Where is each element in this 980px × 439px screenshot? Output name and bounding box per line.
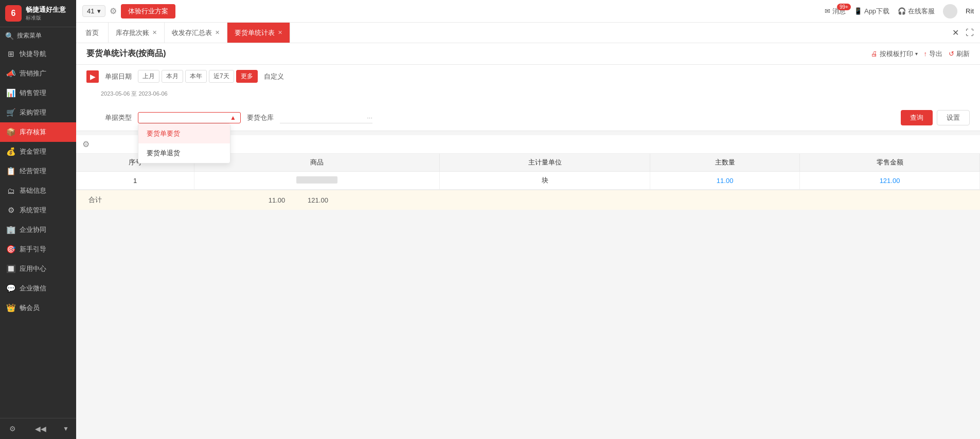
sidebar-item-enterprise[interactable]: 🏢 企业协同 [0,220,76,240]
sidebar-scroll-down[interactable]: ▼ [61,423,71,434]
cell-product [194,172,440,190]
sidebar-logo: 6 畅捷通好生意 标准版 [0,0,76,27]
more-date-btn[interactable]: 更多 [236,70,258,83]
tab-home[interactable]: 首页 [76,23,109,43]
filter-area: ▶ 单据日期 上月 本月 本年 近7天 更多 自定义 2023-05-06 至 … [76,65,980,131]
sidebar-settings-btn[interactable]: ⚙ [5,423,20,435]
filter-row: ▶ 单据日期 上月 本月 本年 近7天 更多 自定义 2023-05-06 至 … [86,70,970,125]
date-filter-label: 单据日期 [105,72,132,81]
message-icon: ✉ [825,7,830,15]
query-btn[interactable]: 查询 [901,110,933,125]
col-unit: 主计量单位 [440,154,650,172]
type-select[interactable]: ▲ [138,112,241,123]
tab-expand-btn[interactable]: ⛶ [964,27,976,39]
this-year-btn[interactable]: 本年 [185,70,207,83]
main-area: 41 ▾ ⚙ 体验行业方案 ✉ 消息 99+ 📱 App下载 🎧 在线客服 Ri… [76,0,980,439]
sidebar-item-operations[interactable]: 📋 经营管理 [0,161,76,181]
search-icon: 🔍 [5,32,14,40]
cell-unit: 块 [440,172,650,190]
footer-quantity: 11.00 [256,196,297,204]
print-icon: 🖨 [871,50,878,58]
app-logo-text: 畅捷通好生意 标准版 [26,5,66,22]
sidebar-bottom: ⚙ ◀◀ ▼ [0,418,76,439]
export-icon: ↑ [924,50,928,58]
sidebar-item-marketing[interactable]: 📣 营销推广 [0,64,76,83]
settings-icon: ⚙ [6,206,15,215]
tab-close-icon[interactable]: ✕ [152,29,157,36]
sidebar-item-purchase[interactable]: 🛒 采购管理 [0,103,76,122]
tab-recv-summary[interactable]: 收发存汇总表 ✕ [165,23,227,43]
export-btn[interactable]: ↑ 导出 [924,49,943,59]
tab-close-icon[interactable]: ✕ [215,29,220,36]
sidebar-item-basics[interactable]: 🗂 基础信息 [0,181,76,200]
user-avatar[interactable] [943,4,957,19]
cell-amount: 121.00 [800,172,980,190]
sidebar-search[interactable]: 🔍 搜索菜单 [0,27,76,44]
custom-date-btn[interactable]: 自定义 [264,72,284,81]
message-badge: 99+ [837,4,851,10]
page-content: 要货单统计表(按商品) 🖨 按模板打印 ▾ ↑ 导出 ↺ 刷新 [76,43,980,439]
refresh-btn[interactable]: ↺ 刷新 [949,49,970,59]
sidebar-item-app-center[interactable]: 🔲 应用中心 [0,259,76,279]
this-month-btn[interactable]: 本月 [162,70,183,83]
tab-order-stats[interactable]: 要货单统计表 ✕ [227,23,290,43]
print-expand-icon: ▾ [915,51,918,57]
sidebar-item-system[interactable]: ⚙ 系统管理 [0,200,76,220]
sidebar-item-sales[interactable]: 📊 销售管理 [0,83,76,103]
col-product: 商品 [194,154,440,172]
tabs-bar: 首页 库存批次账 ✕ 收发存汇总表 ✕ 要货单统计表 ✕ ✕ ⛶ [76,23,980,43]
crown-icon: 👑 [6,303,15,313]
sidebar-item-wechat[interactable]: 💬 企业微信 [0,279,76,298]
page-title: 要货单统计表(按商品) [86,48,166,59]
last-month-btn[interactable]: 上月 [138,70,159,83]
tab-close-icon[interactable]: ✕ [278,29,282,36]
sidebar-item-inventory[interactable]: 📦 库存核算 [0,122,76,142]
building-icon: 🏢 [6,225,15,234]
service-btn[interactable]: 🎧 在线客服 [898,7,935,16]
type-dropdown: 要货单要货 要货单退货 [138,123,230,163]
warehouse-filter-label: 要货仓库 [247,113,274,122]
dropdown-item-order-req[interactable]: 要货单要货 [138,124,230,143]
page-actions: 🖨 按模板打印 ▾ ↑ 导出 ↺ 刷新 [871,49,970,59]
filter-expand-btn[interactable]: ▶ [86,70,99,83]
megaphone-icon: 📣 [6,69,15,78]
cart-icon: 🛒 [6,108,15,117]
warehouse-select[interactable]: ··· [280,112,372,123]
sidebar-item-finance[interactable]: 💰 资金管理 [0,142,76,161]
app-download-btn[interactable]: 📱 App下载 [854,7,889,16]
tab-close-all-btn[interactable]: ✕ [949,27,961,39]
table-settings-icon[interactable]: ⚙ [82,139,90,149]
wechat-icon: 💬 [6,284,15,293]
sidebar-collapse-btn[interactable]: ◀◀ [31,423,50,435]
type-select-arrow: ▲ [230,114,236,121]
chart-icon: 📊 [6,88,15,98]
set-btn[interactable]: 设置 [937,110,970,125]
sidebar-item-members[interactable]: 👑 畅会员 [0,298,76,318]
last-7days-btn[interactable]: 近7天 [209,70,234,83]
sidebar-nav: ⊞ 快捷导航 📣 营销推广 📊 销售管理 🛒 采购管理 📦 库存核算 💰 资金管… [0,44,76,418]
topbar-left: 41 ▾ ⚙ 体验行业方案 [82,4,825,19]
target-icon: 🎯 [6,245,15,254]
messages-btn[interactable]: ✉ 消息 99+ [825,7,846,16]
topbar-right: ✉ 消息 99+ 📱 App下载 🎧 在线客服 Rit [825,4,974,19]
refresh-icon: ↺ [949,50,954,58]
sidebar-item-quick-nav[interactable]: ⊞ 快捷导航 [0,44,76,64]
chevron-down-icon: ▾ [97,7,101,15]
money-icon: 💰 [6,147,15,156]
cell-quantity: 11.00 [650,172,800,190]
sidebar-item-guide[interactable]: 🎯 新手引导 [0,240,76,259]
username-text: Rit [966,7,974,15]
trial-btn[interactable]: 体验行业方案 [121,4,175,19]
topbar-settings-icon[interactable]: ⚙ [110,6,117,16]
col-amount: 零售金额 [800,154,980,172]
folder-icon: 🗂 [6,187,15,195]
print-template-btn[interactable]: 🖨 按模板打印 ▾ [871,49,918,59]
page-header: 要货单统计表(按商品) 🖨 按模板打印 ▾ ↑ 导出 ↺ 刷新 [76,43,980,65]
store-selector[interactable]: 41 ▾ [82,5,105,17]
tab-inventory-batch[interactable]: 库存批次账 ✕ [109,23,165,43]
footer-label: 合计 [82,195,133,205]
box-icon: 📦 [6,127,15,137]
grid-icon: ⊞ [6,49,15,59]
dropdown-item-order-return[interactable]: 要货单退货 [138,143,230,163]
table-footer: 合计 11.00 121.00 [76,190,980,210]
